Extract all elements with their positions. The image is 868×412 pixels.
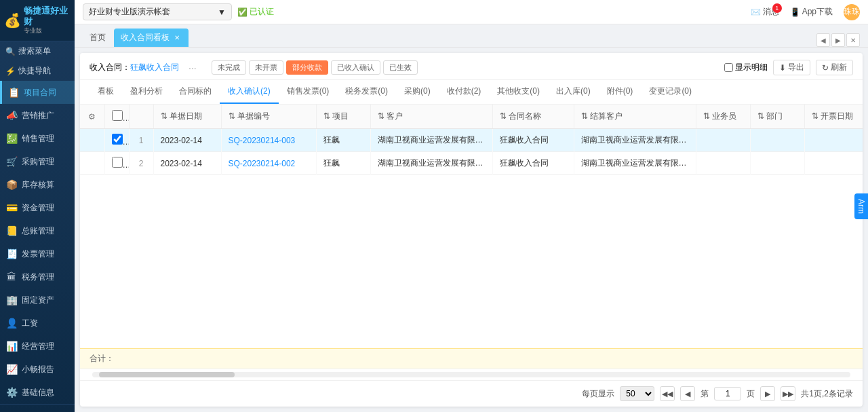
col-customer-header[interactable]: ⇅ 客户 bbox=[370, 105, 492, 129]
col-date-header[interactable]: ⇅ 单据日期 bbox=[153, 105, 221, 129]
sidebar-item-labor[interactable]: 👤 工资 bbox=[0, 312, 75, 335]
page-input[interactable] bbox=[714, 387, 741, 400]
tab-payment[interactable]: 收付款(2) bbox=[439, 80, 490, 104]
sidebar-item-funds[interactable]: 💳 资金管理 bbox=[0, 196, 75, 219]
status-btn-uninvoiced[interactable]: 未开票 bbox=[249, 60, 283, 75]
sort-icon-final-customer: ⇅ bbox=[581, 111, 590, 121]
sidebar: 💰 畅捷通好业财 专业版 🔍 搜索菜单 ⚡ 快捷导航 📋 项目合同 📣 营销推广… bbox=[0, 0, 75, 412]
select-all-checkbox[interactable] bbox=[112, 110, 123, 121]
sidebar-item-purchase[interactable]: 🛒 采购管理 bbox=[0, 150, 75, 173]
message-icon: ✉️ bbox=[751, 7, 761, 17]
tab-tax-invoice[interactable]: 税务发票(0) bbox=[337, 80, 396, 104]
status-btn-effective[interactable]: 已生效 bbox=[383, 60, 418, 75]
search-menu-item[interactable]: 🔍 搜索菜单 bbox=[0, 41, 75, 61]
status-btn-confirmed[interactable]: 已收入确认 bbox=[331, 60, 380, 75]
tab-close-all-btn[interactable]: ✕ bbox=[846, 33, 860, 47]
tab-sales-invoice[interactable]: 销售发票(0) bbox=[279, 80, 338, 104]
tab-kanban[interactable]: 看板 bbox=[90, 80, 122, 104]
link-sq-002[interactable]: SQ-20230214-002 bbox=[229, 159, 296, 168]
right-float-btn[interactable]: Arm bbox=[854, 193, 868, 219]
sidebar-item-report[interactable]: 📈 小畅报告 bbox=[0, 358, 75, 381]
message-btn[interactable]: ✉️ 1 消息 bbox=[751, 6, 779, 18]
tab-other-income[interactable]: 其他收支(0) bbox=[489, 80, 548, 104]
fixed-asset-icon: 🏢 bbox=[5, 294, 18, 306]
total-records-info: 共1页,2条记录 bbox=[801, 388, 853, 400]
tab-purchase[interactable]: 采购(0) bbox=[396, 80, 439, 104]
user-avatar-btn[interactable]: 珠珠 bbox=[844, 4, 860, 20]
cell-number-2[interactable]: SQ-20230214-002 bbox=[221, 152, 316, 175]
sidebar-item-project[interactable]: 📋 项目合同 bbox=[0, 81, 75, 104]
status-btn-partial[interactable]: 部分收款 bbox=[286, 60, 328, 75]
cell-num-2: 2 bbox=[129, 152, 153, 175]
table-row[interactable]: 1 2023-02-14 SQ-20230214-003 狂飙 湖南卫视商业运营… bbox=[80, 129, 863, 152]
tab-change-log[interactable]: 变更记录(0) bbox=[641, 80, 700, 104]
col-number-header[interactable]: ⇅ 单据编号 bbox=[221, 105, 316, 129]
sidebar-item-basic[interactable]: ⚙️ 基础信息 bbox=[0, 381, 75, 404]
sidebar-item-inventory[interactable]: 📦 库存核算 bbox=[0, 173, 75, 196]
tab-prev-btn[interactable]: ◀ bbox=[816, 33, 830, 47]
tab-profit[interactable]: 盈利分析 bbox=[122, 80, 171, 104]
search-menu-label: 搜索菜单 bbox=[18, 45, 51, 57]
cell-number-1[interactable]: SQ-20230214-003 bbox=[221, 129, 316, 152]
main-area: 好业财专业版演示帐套 ▼ ✅ 已认证 ✉️ 1 消息 📱 App下载 珠珠 bbox=[75, 0, 868, 412]
tab-contract-standard[interactable]: 合同标的 bbox=[171, 80, 220, 104]
sort-icon-customer: ⇅ bbox=[378, 111, 387, 121]
cell-settings-1[interactable] bbox=[80, 129, 104, 152]
cell-checkbox-2[interactable] bbox=[104, 152, 129, 175]
sidebar-item-sales[interactable]: 💹 销售管理 bbox=[0, 127, 75, 150]
next-page-btn[interactable]: ▶ bbox=[760, 386, 775, 401]
last-page-btn[interactable]: ▶▶ bbox=[781, 386, 795, 401]
company-selector[interactable]: 好业财专业版演示帐套 ▼ bbox=[83, 3, 232, 20]
col-project-header[interactable]: ⇅ 项目 bbox=[316, 105, 370, 129]
status-btn-incomplete[interactable]: 未完成 bbox=[212, 60, 246, 75]
refresh-btn[interactable]: ↻ 刷新 bbox=[816, 60, 853, 75]
tab-close-btn[interactable]: ✕ bbox=[172, 33, 182, 43]
sidebar-item-mgmt[interactable]: 📊 经营管理 bbox=[0, 335, 75, 358]
col-dept-header[interactable]: ⇅ 部门 bbox=[750, 105, 804, 129]
right-float-label: Arm bbox=[856, 199, 866, 214]
col-open-date-header[interactable]: ⇅ 开票日期 bbox=[804, 105, 863, 129]
tab-attachment[interactable]: 附件(0) bbox=[599, 80, 642, 104]
page-size-select[interactable]: 50 20 100 bbox=[620, 386, 654, 401]
tab-next-btn[interactable]: ▶ bbox=[831, 33, 845, 47]
cell-dept-2 bbox=[750, 152, 804, 175]
show-detail-checkbox-label: 显示明细 bbox=[724, 62, 768, 73]
show-detail-checkbox[interactable] bbox=[724, 63, 733, 72]
sidebar-item-tax[interactable]: 🏛 税务管理 bbox=[0, 265, 75, 288]
active-tab[interactable]: 收入合同看板 ✕ bbox=[114, 29, 189, 47]
prev-page-btn[interactable]: ◀ bbox=[680, 386, 695, 401]
row-checkbox-1[interactable] bbox=[112, 134, 123, 145]
col-checkbox-header[interactable] bbox=[104, 105, 129, 129]
tab-in-out[interactable]: 出入库(0) bbox=[548, 80, 599, 104]
sidebar-item-invoice[interactable]: 🧾 发票管理 bbox=[0, 242, 75, 265]
col-salesman-header[interactable]: ⇅ 业务员 bbox=[696, 105, 750, 129]
cell-checkbox-1[interactable] bbox=[104, 129, 129, 152]
col-final-customer-header[interactable]: ⇅ 结算客户 bbox=[574, 105, 696, 129]
cell-num-1: 1 bbox=[129, 129, 153, 152]
quick-nav-item[interactable]: ⚡ 快捷导航 bbox=[0, 61, 75, 81]
cell-settings-2[interactable] bbox=[80, 152, 104, 175]
export-btn[interactable]: ⬇ 导出 bbox=[773, 60, 810, 75]
table-row[interactable]: 2 2023-02-14 SQ-20230214-002 狂飙 湖南卫视商业运营… bbox=[80, 152, 863, 175]
contract-title-name: 狂飙收入合同 bbox=[130, 62, 179, 72]
scroll-track[interactable] bbox=[92, 372, 850, 377]
tab-income-confirm[interactable]: 收入确认(2) bbox=[220, 80, 279, 104]
link-sq-003[interactable]: SQ-20230214-003 bbox=[229, 136, 296, 145]
cell-project-1: 狂飙 bbox=[316, 129, 370, 152]
row-checkbox-2[interactable] bbox=[112, 157, 123, 168]
sidebar-item-label-sales: 销售管理 bbox=[22, 133, 54, 145]
home-tab[interactable]: 首页 bbox=[83, 29, 113, 47]
contract-more-btn[interactable]: ··· bbox=[186, 62, 199, 73]
first-page-btn[interactable]: ◀◀ bbox=[660, 386, 675, 401]
sidebar-item-marketing[interactable]: 📣 营销推广 bbox=[0, 104, 75, 127]
sidebar-item-general[interactable]: 📒 总账管理 bbox=[0, 219, 75, 242]
export-label: 导出 bbox=[788, 62, 804, 73]
sidebar-item-label-project: 项目合同 bbox=[24, 87, 56, 98]
sidebar-item-fixed-asset[interactable]: 🏢 固定资产 bbox=[0, 288, 75, 312]
tax-icon: 🏛 bbox=[5, 271, 18, 283]
col-contract-name-header[interactable]: ⇅ 合同名称 bbox=[492, 105, 574, 129]
contract-title-prefix: 收入合同： bbox=[90, 62, 130, 72]
col-settings-header[interactable]: ⚙ bbox=[80, 105, 104, 129]
app-download-btn[interactable]: 📱 App下载 bbox=[790, 6, 833, 18]
scroll-thumb[interactable] bbox=[99, 372, 235, 377]
